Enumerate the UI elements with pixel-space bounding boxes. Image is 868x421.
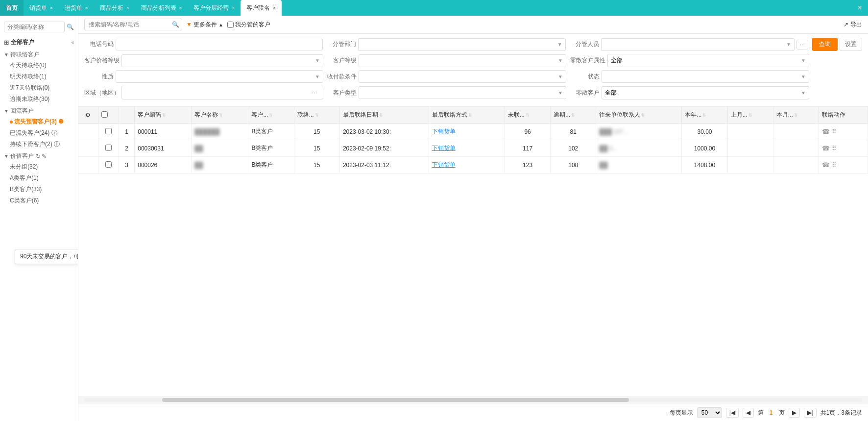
th-code[interactable]: 客户编码⇅ — [135, 107, 192, 124]
sidebar-search-wrap: 🔍 — [0, 20, 78, 34]
th-this-month[interactable]: 本月...⇅ — [773, 107, 819, 124]
dots-btn[interactable]: ··· — [309, 88, 320, 97]
th-name[interactable]: 客户名称⇅ — [192, 107, 248, 124]
sidebar-item-class-b[interactable]: B类客户(33) — [0, 184, 78, 195]
settings-button[interactable]: 设置 — [840, 38, 862, 51]
prev-page-btn[interactable]: ◀ — [743, 408, 754, 418]
action-more-icon[interactable]: ⠿ — [832, 161, 837, 169]
td-checkbox[interactable] — [98, 124, 119, 140]
sidebar-all-customers[interactable]: ⊞ 全部客户 « — [0, 36, 78, 49]
close-all-btn[interactable]: × — [858, 3, 868, 12]
phone-input[interactable] — [116, 39, 323, 50]
th-overdue[interactable]: 逾期...⇅ — [551, 107, 596, 124]
th-no-contact[interactable]: 未联...⇅ — [505, 107, 550, 124]
close-icon[interactable]: × — [126, 5, 129, 11]
region-select[interactable]: ··· — [121, 86, 323, 99]
sidebar-item-class-c[interactable]: C类客户(6) — [0, 195, 78, 206]
tab-home[interactable]: 首页 — [0, 0, 24, 16]
td-last-contact-method[interactable]: 下销货单 — [429, 124, 505, 140]
th-last-contact-method[interactable]: 最后联络方式⇅ — [429, 107, 505, 124]
th-contact[interactable]: 联络...⇅ — [294, 107, 339, 124]
row-checkbox[interactable] — [105, 145, 112, 151]
person-select[interactable]: ▼ — [601, 38, 795, 51]
dots-btn[interactable]: ··· — [796, 40, 808, 50]
close-icon[interactable]: × — [273, 5, 276, 11]
th-year-total[interactable]: 本年...⇅ — [682, 107, 727, 124]
retail-customer-select[interactable]: 全部▼ — [602, 86, 809, 99]
tab-customer-union[interactable]: 客户联名 × — [241, 0, 282, 16]
th-last-contact-date[interactable]: 最后联络日期⇅ — [339, 107, 429, 124]
tab-purchase[interactable]: 进货单 × — [59, 0, 94, 16]
more-conditions-btn[interactable]: ▼ 更多条件 ▲ — [186, 21, 223, 29]
sidebar-item-declining[interactable]: 持续下滑客户(2) ⓘ — [0, 139, 78, 150]
select-all-checkbox[interactable] — [101, 111, 108, 118]
action-contact-icon[interactable]: ☎ — [822, 145, 830, 152]
td-last-contact-method[interactable]: 下销货单 — [429, 140, 505, 157]
per-page-select[interactable]: 50 20 100 — [697, 407, 722, 418]
row-checkbox[interactable] — [105, 128, 112, 134]
tab-sales[interactable]: 销货单 × — [24, 0, 59, 16]
sidebar-item-ungrouped[interactable]: 未分组(32) — [0, 161, 78, 173]
sidebar-item-overdue-pending[interactable]: 逾期未联络(30) — [0, 94, 78, 105]
th-checkbox[interactable] — [98, 107, 119, 124]
close-icon[interactable]: × — [179, 5, 182, 11]
action-contact-icon[interactable]: ☎ — [822, 128, 830, 135]
field-retail-customer: 零散客户 全部▼ — [570, 86, 809, 99]
filter-icon: ▼ — [186, 21, 192, 28]
td-index: 1 — [119, 124, 135, 140]
my-customers-checkbox[interactable] — [227, 22, 234, 28]
region-label: 区域（地区） — [84, 89, 120, 97]
td-checkbox[interactable] — [98, 140, 119, 157]
export-btn[interactable]: ↗ 导出 — [844, 21, 862, 29]
next-page-btn[interactable]: ▶ — [789, 408, 800, 418]
payment-select[interactable]: ▼ — [359, 70, 566, 83]
scrollbar-track[interactable] — [84, 398, 862, 402]
dept-select[interactable]: ▼ — [358, 38, 565, 51]
sidebar-item-class-a[interactable]: A类客户(1) — [0, 173, 78, 184]
close-icon[interactable]: × — [50, 5, 53, 11]
th-settings[interactable]: ⚙ — [78, 107, 98, 124]
sidebar-item-tomorrow-pending[interactable]: 明天待联络(1) — [0, 71, 78, 82]
sidebar-item-churn-warning[interactable]: 流失预警客户(3) ❶ — [0, 116, 78, 127]
section-churned[interactable]: ▼ 回流客户 — [0, 105, 78, 116]
sidebar-item-churned[interactable]: 已流失客户(24) ⓘ — [0, 127, 78, 139]
sidebar-item-today-pending[interactable]: 今天待联络(0) — [0, 60, 78, 71]
retail-attr-select[interactable]: 全部▼ — [607, 54, 809, 67]
tab-goods-analysis[interactable]: 商品分析 × — [94, 0, 135, 16]
last-page-btn[interactable]: ▶| — [804, 408, 817, 418]
nature-select[interactable]: ▼ — [116, 70, 323, 83]
close-icon[interactable]: × — [232, 5, 235, 11]
td-last-contact-method[interactable]: 下销货单 — [429, 157, 505, 173]
close-icon[interactable]: × — [85, 5, 88, 11]
collapse-icon[interactable]: « — [71, 40, 74, 45]
refresh-icon[interactable]: ↻ — [36, 153, 41, 160]
query-button[interactable]: 查询 — [812, 38, 838, 51]
status-select[interactable]: ▼ — [602, 70, 809, 83]
tab-goods-list[interactable]: 商品分析列表 × — [135, 0, 188, 16]
customer-tier-select[interactable]: ▼ — [359, 54, 566, 67]
td-no-contact: 96 — [505, 124, 550, 140]
search-input[interactable] — [84, 19, 182, 30]
section-pending[interactable]: ▼ 待联络客户 — [0, 49, 78, 60]
edit-icon[interactable]: ✎ — [42, 153, 47, 160]
first-page-btn[interactable]: |◀ — [726, 408, 739, 418]
action-more-icon[interactable]: ⠿ — [832, 145, 837, 152]
row-checkbox[interactable] — [105, 161, 112, 168]
th-unit-contact[interactable]: 往来单位联系人⇅ — [596, 107, 682, 124]
td-checkbox[interactable] — [98, 157, 119, 173]
section-value[interactable]: ▼ 价值客户 ↻ ✎ — [0, 150, 78, 161]
my-customers-check[interactable]: 我分管的客户 — [227, 21, 270, 29]
sidebar-item-week-pending[interactable]: 近7天待联络(0) — [0, 82, 78, 94]
tab-customer-segment[interactable]: 客户分层经营 × — [188, 0, 241, 16]
search-submit-icon[interactable]: 🔍 — [172, 21, 179, 28]
price-tier-select[interactable]: ▼ — [121, 54, 323, 67]
th-type[interactable]: 客户...⇅ — [248, 107, 294, 124]
scrollbar-thumb[interactable] — [162, 398, 629, 402]
sidebar-search-icon[interactable]: 🔍 — [67, 24, 74, 30]
sidebar-search-input[interactable] — [4, 22, 65, 32]
customer-type-select[interactable]: ▼ — [359, 86, 566, 99]
action-more-icon[interactable]: ⠿ — [832, 128, 837, 135]
action-contact-icon[interactable]: ☎ — [822, 161, 830, 169]
th-last-month[interactable]: 上月...⇅ — [727, 107, 773, 124]
churn-tooltip: 90天未交易的客户，可能有流失风险。 — [15, 249, 78, 264]
